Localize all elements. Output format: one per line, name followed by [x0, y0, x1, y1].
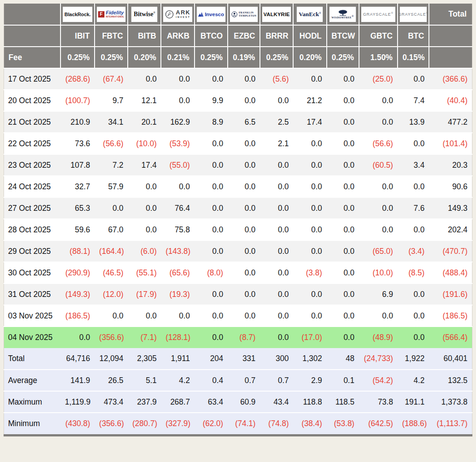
date-cell: 20 Oct 2025 [4, 90, 61, 111]
summary-cell-ARKB: 268.7 [161, 391, 194, 413]
wisdomtree-logo: WISDOMTREE® [331, 10, 354, 19]
flow-cell-FBTC: 34.1 [95, 111, 128, 133]
flow-cell-BTC: (3.4) [398, 240, 429, 262]
wisdomtree-tree-icon [338, 10, 348, 16]
flow-cell-BTC: 13.9 [398, 111, 429, 133]
flow-row-27-Oct-2025: 27 Oct 202565.30.00.076.40.00.00.00.00.0… [4, 197, 472, 219]
fee-cell-ARKB: 0.21% [161, 47, 194, 68]
summary-cell-total: 1,373.8 [429, 391, 472, 413]
summary-cell-ARKB: (327.9) [161, 413, 194, 434]
flow-cell-BTCW: 0.0 [327, 154, 359, 176]
flow-cell-HODL: (17.0) [293, 327, 326, 348]
ticker-cell-BTCW: BTCW [327, 25, 359, 47]
date-cell: 27 Oct 2025 [4, 197, 61, 219]
flow-row-28-Oct-2025: 28 Oct 202559.667.00.075.80.00.00.00.00.… [4, 219, 472, 240]
summary-cell-BITB: 5.1 [128, 370, 161, 391]
summary-row-minimum: Minimum(430.8)(356.6)(280.7)(327.9)(62.0… [4, 413, 472, 434]
flow-cell-BTCO: 0.0 [195, 219, 228, 240]
table-bottom-strip [4, 434, 472, 436]
flow-row-30-Oct-2025: 30 Oct 2025(290.9)(46.5)(55.1)(65.6)(8.0… [4, 262, 472, 283]
invesco-mountain-icon [198, 12, 203, 17]
flow-cell-EZBC: 0.0 [228, 197, 260, 219]
ticker-total-spacer [429, 25, 472, 47]
ticker-cell-HODL: HODL [293, 25, 326, 47]
fee-cell-BITB: 0.20% [128, 47, 161, 68]
date-cell: 04 Nov 2025 [4, 327, 61, 348]
summary-cell-EZBC: 331 [228, 348, 260, 370]
flow-cell-FBTC: (164.4) [95, 240, 128, 262]
logo-box-FBTC: FFidelityINTERNATIONAL [97, 7, 125, 22]
summary-cell-FBTC: 12,094 [95, 348, 128, 370]
summary-cell-BITB: 237.9 [128, 391, 161, 413]
flow-cell-total: 477.2 [429, 111, 472, 133]
summary-cell-GBTC: (54.2) [359, 370, 398, 391]
flow-row-17-Oct-2025: 17 Oct 2025(268.6)(67.4)0.00.00.00.0(5.6… [4, 68, 472, 90]
provider-cell-ARKB: ARKINVEST [161, 4, 194, 25]
flow-cell-ARKB: (55.0) [161, 154, 194, 176]
flow-cell-FBTC: (67.4) [95, 68, 128, 90]
summary-cell-BTCW: 0.1 [327, 370, 359, 391]
flow-cell-GBTC: (60.5) [359, 154, 398, 176]
summary-cell-HODL: 118.8 [293, 391, 326, 413]
flow-cell-FBTC: (356.6) [95, 327, 128, 348]
summary-cell-BTC: 191.1 [398, 391, 429, 413]
flow-cell-HODL: 0.0 [293, 219, 326, 240]
flow-cell-GBTC: 0.0 [359, 90, 398, 111]
flow-cell-IBIT: 107.8 [61, 154, 95, 176]
franklin-emblem-icon [231, 11, 238, 17]
summary-cell-HODL: 1,302 [293, 348, 326, 370]
fee-total-spacer [429, 47, 472, 68]
summary-cell-BTCO: 63.4 [195, 391, 228, 413]
grayscale-logo: GRAYSCALE® [363, 12, 394, 17]
flow-cell-BITB: 17.4 [128, 154, 161, 176]
flow-cell-BTCW: 0.0 [327, 111, 359, 133]
summary-cell-IBIT: 1,119.9 [61, 391, 95, 413]
summary-cell-FBTC: 473.4 [95, 391, 128, 413]
ticker-cell-IBIT: IBIT [61, 25, 95, 47]
flow-cell-EZBC: 6.5 [228, 111, 260, 133]
summary-cell-BTC: (188.6) [398, 413, 429, 434]
logo-box-GBTC: GRAYSCALE® [361, 7, 395, 22]
flow-cell-total: 149.3 [429, 197, 472, 219]
flow-cell-EZBC: 0.0 [228, 305, 260, 327]
flow-cell-GBTC: 6.9 [359, 283, 398, 305]
summary-cell-BITB: 2,305 [128, 348, 161, 370]
summary-row-maximum: Maximum1,119.9473.4237.9268.763.460.943.… [4, 391, 472, 413]
vaneck-logo: VanEck® [299, 11, 321, 18]
flow-cell-FBTC: (12.0) [95, 283, 128, 305]
total-column-header: Total [429, 4, 472, 25]
flow-cell-BITB: 0.0 [128, 68, 161, 90]
flow-cell-BTCW: 0.0 [327, 133, 359, 154]
ticker-cell-FBTC: FBTC [95, 25, 128, 47]
flow-cell-ARKB: (143.8) [161, 240, 194, 262]
flow-cell-FBTC: 0.0 [95, 197, 128, 219]
flow-cell-ARKB: 0.0 [161, 305, 194, 327]
fee-cell-BTCO: 0.25% [195, 47, 228, 68]
flow-cell-HODL: 0.0 [293, 154, 326, 176]
flow-cell-BTC: 0.0 [398, 133, 429, 154]
summary-cell-BTCO: (62.0) [195, 413, 228, 434]
summary-label: Total [4, 348, 61, 370]
flow-cell-BTC: 7.6 [398, 197, 429, 219]
summary-label: Maximum [4, 391, 61, 413]
flow-cell-BTC: 0.0 [398, 305, 429, 327]
summary-cell-FBTC: (356.6) [95, 413, 128, 434]
fee-row: Fee0.25%0.25%0.20%0.21%0.25%0.19%0.25%0.… [4, 47, 472, 68]
flow-cell-total: (101.4) [429, 133, 472, 154]
flow-cell-total: 202.4 [429, 219, 472, 240]
flow-cell-BITB: 20.1 [128, 111, 161, 133]
summary-cell-GBTC: (642.5) [359, 413, 398, 434]
flow-cell-HODL: 0.0 [293, 305, 326, 327]
provider-cell-BITB: Bitwise® [128, 4, 161, 25]
ticker-row: IBITFBTCBITBARKBBTCOEZBCBRRRHODLBTCWGBTC… [4, 25, 472, 47]
logo-box-BTCW: WISDOMTREE® [329, 7, 355, 22]
flow-cell-ARKB: 0.0 [161, 90, 194, 111]
flow-cell-BITB: (55.1) [128, 262, 161, 283]
table-body: 17 Oct 2025(268.6)(67.4)0.00.00.00.0(5.6… [4, 68, 472, 348]
summary-cell-BTCW: 48 [327, 348, 359, 370]
ticker-cell-BTC: BTC [398, 25, 429, 47]
fee-cell-IBIT: 0.25% [61, 47, 95, 68]
flow-cell-IBIT: 0.0 [61, 327, 95, 348]
flow-cell-ARKB: 0.0 [161, 68, 194, 90]
flow-cell-BRRR: 0.0 [260, 90, 293, 111]
